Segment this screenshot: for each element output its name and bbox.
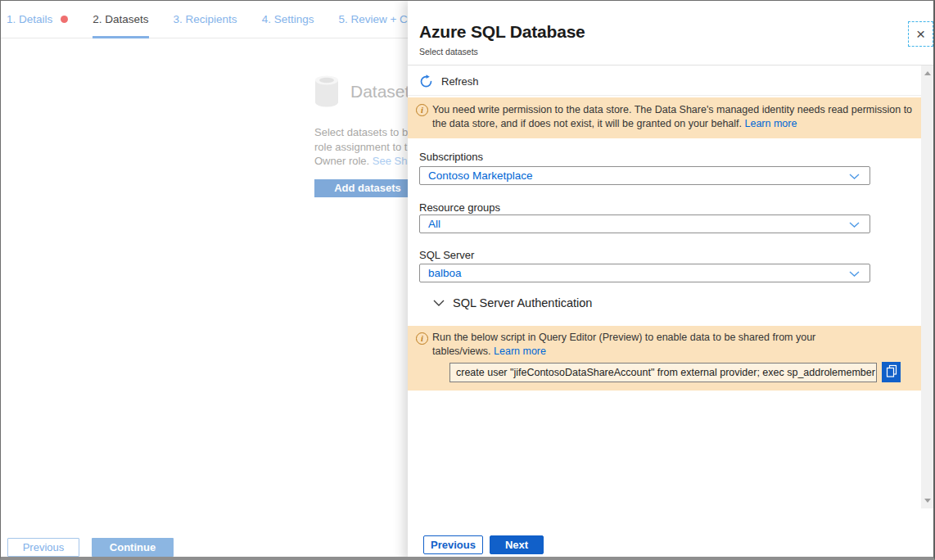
permission-banner-text: You need write permission to the data st… xyxy=(432,103,919,131)
tab-details[interactable]: 1. Details xyxy=(7,1,68,38)
resource-groups-label: Resource groups xyxy=(419,201,500,214)
chevron-down-icon xyxy=(849,222,860,228)
add-datasets-button[interactable]: Add datasets xyxy=(314,179,421,197)
panel-scrollbar[interactable] xyxy=(921,65,934,508)
subscriptions-value: Contoso Marketplace xyxy=(428,167,533,184)
description-line-3: Owner role. See Sha xyxy=(314,154,413,169)
info-icon: i xyxy=(416,332,428,345)
tab-datasets[interactable]: 2. Datasets xyxy=(93,1,148,38)
panel-title: Azure SQL Database xyxy=(419,22,585,42)
script-info-banner: i Run the below script in Query Editor (… xyxy=(408,326,921,391)
subscriptions-label: Subscriptions xyxy=(419,151,483,163)
sql-server-value: balboa xyxy=(428,264,462,282)
azure-sql-database-panel: Azure SQL Database Select datasets × Ref… xyxy=(408,1,935,560)
data-share-window: 1. Details 2. Datasets 3. Recipients 4. … xyxy=(0,0,935,560)
scroll-down-icon[interactable] xyxy=(924,499,931,503)
sql-server-label: SQL Server xyxy=(419,249,474,261)
script-learn-more-link[interactable]: Learn more xyxy=(494,345,546,357)
sql-auth-label: SQL Server Authentication xyxy=(453,296,592,309)
panel-subtitle: Select datasets xyxy=(419,47,478,56)
panel-previous-button[interactable]: Previous xyxy=(423,535,483,554)
description-line-2: role assignment to t xyxy=(314,140,413,155)
tab-details-label: 1. Details xyxy=(7,13,52,25)
wizard-tabbar: 1. Details 2. Datasets 3. Recipients 4. … xyxy=(1,1,408,38)
commandbar-divider xyxy=(408,95,935,96)
tab-settings-label: 4. Settings xyxy=(262,13,314,25)
script-input[interactable]: create user "jifeContosoDataShareAccount… xyxy=(449,363,877,382)
refresh-icon xyxy=(419,75,433,88)
script-banner-text: Run the below script in Query Editor (Pr… xyxy=(432,331,846,359)
validation-dot-icon xyxy=(61,16,68,23)
sql-auth-section-toggle[interactable]: SQL Server Authentication xyxy=(433,296,592,309)
tab-datasets-label: 2. Datasets xyxy=(93,13,148,25)
close-icon: × xyxy=(916,25,925,43)
panel-next-button[interactable]: Next xyxy=(490,535,544,554)
tab-recipients[interactable]: 3. Recipients xyxy=(174,1,237,38)
header-divider xyxy=(408,65,935,65)
chevron-down-icon xyxy=(433,300,445,306)
tab-recipients-label: 3. Recipients xyxy=(174,13,237,25)
refresh-button[interactable]: Refresh xyxy=(419,75,479,88)
learn-more-link[interactable]: Learn more xyxy=(745,118,797,129)
resource-groups-value: All xyxy=(428,215,440,233)
subscriptions-dropdown[interactable]: Contoso Marketplace xyxy=(419,166,870,185)
copy-button[interactable] xyxy=(882,362,901,382)
permission-info-banner: i You need write permission to the data … xyxy=(408,97,921,138)
database-cylinder-icon xyxy=(314,75,339,111)
resource-groups-dropdown[interactable]: All xyxy=(419,215,870,233)
scroll-up-icon[interactable] xyxy=(924,71,931,75)
tab-settings[interactable]: 4. Settings xyxy=(262,1,314,38)
chevron-down-icon xyxy=(849,174,860,179)
wizard-continue-button[interactable]: Continue xyxy=(92,538,174,557)
wizard-previous-button[interactable]: Previous xyxy=(7,538,79,557)
sql-server-dropdown[interactable]: balboa xyxy=(419,264,870,282)
refresh-label: Refresh xyxy=(441,75,479,88)
chevron-down-icon xyxy=(849,271,860,277)
description-line-1: Select datasets to be xyxy=(314,125,413,140)
datasets-description: Select datasets to be role assignment to… xyxy=(314,125,413,169)
info-icon: i xyxy=(416,104,428,116)
close-button[interactable]: × xyxy=(908,21,933,47)
copy-icon xyxy=(886,364,897,377)
